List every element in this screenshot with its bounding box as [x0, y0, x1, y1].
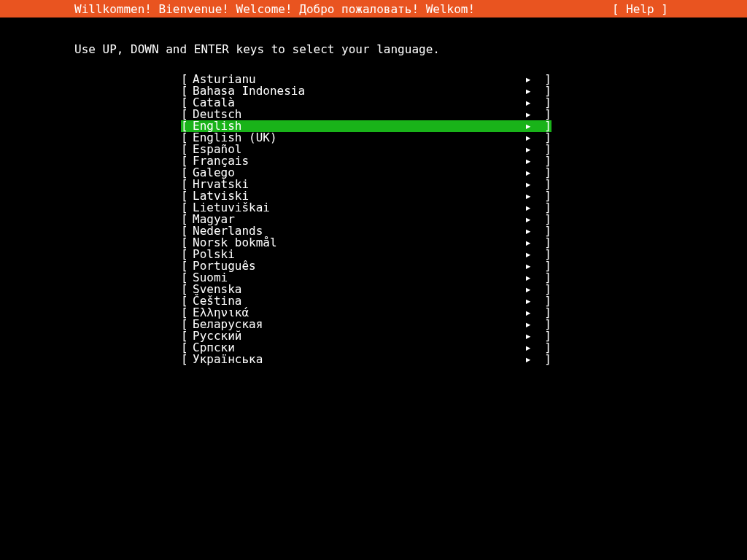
language-item[interactable]: [ Norsk bokmål▸ ]	[181, 237, 551, 249]
language-list: [ Asturianu▸ ][ Bahasa Indonesia▸ ][ Cat…	[181, 74, 551, 365]
language-label: English (UK)	[193, 132, 522, 144]
language-label: Svenska	[193, 284, 522, 295]
language-label: Lietuviškai	[193, 202, 522, 214]
language-item[interactable]: [ Français▸ ]	[181, 155, 551, 167]
language-label: Norsk bokmål	[193, 237, 522, 249]
language-label: Català	[193, 97, 522, 109]
chevron-right-icon: ▸	[522, 354, 534, 365]
language-item[interactable]: [ Bahasa Indonesia▸ ]	[181, 85, 551, 97]
language-item[interactable]: [ Українська▸ ]	[181, 354, 551, 365]
header-bar: Willkommen! Bienvenue! Welcome! Добро по…	[0, 0, 747, 18]
language-label: Беларуская	[193, 319, 522, 330]
language-label: Українська	[193, 354, 522, 365]
language-item[interactable]: [ Português▸ ]	[181, 260, 551, 272]
language-label: Bahasa Indonesia	[193, 85, 522, 97]
language-item[interactable]: [ Русский▸ ]	[181, 330, 551, 342]
language-label: Suomi	[193, 272, 522, 284]
instruction-text: Use UP, DOWN and ENTER keys to select yo…	[74, 42, 747, 56]
language-label: Français	[193, 155, 522, 167]
language-item[interactable]: [ Lietuviškai▸ ]	[181, 202, 551, 214]
help-button[interactable]: [ Help ]	[612, 2, 741, 16]
language-label: Русский	[193, 330, 522, 342]
header-title: Willkommen! Bienvenue! Welcome! Добро по…	[6, 2, 475, 16]
bracket-open: [	[181, 354, 193, 365]
language-label: Português	[193, 260, 522, 272]
language-label: Deutsch	[193, 109, 522, 120]
bracket-close: ]	[534, 354, 551, 365]
